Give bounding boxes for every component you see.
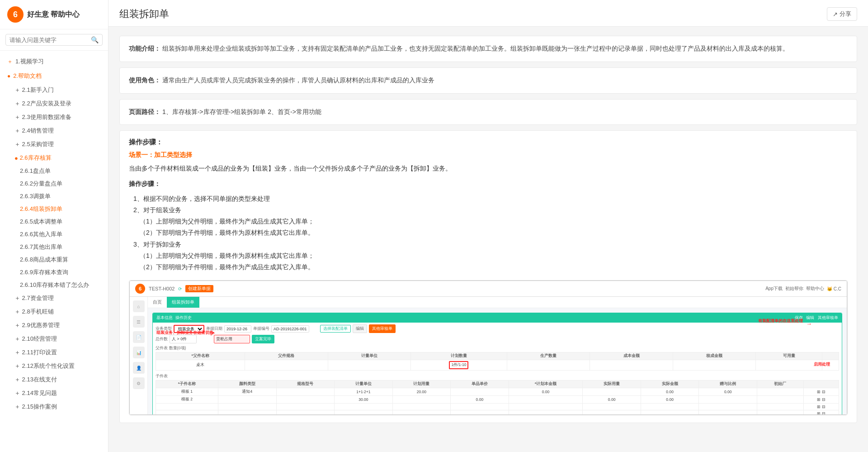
search-box: 🔍 <box>5 34 103 46</box>
ch-col9: 实际金额 <box>641 381 699 388</box>
feature-intro-card: 功能介绍： 组装拆卸单用来处理企业组装或拆卸等加工业务，支持有固定装配清单的产品… <box>119 36 857 62</box>
sidebar-item-other-in[interactable]: 2.6.6其他入库单 <box>0 228 108 241</box>
sidebar-item-sales[interactable]: ＋ 2.4销售管理 <box>0 124 108 138</box>
mock-tab-home: 自页 <box>148 297 167 308</box>
path-card: 页面路径： 1、库存核算->库存管理->组装拆卸单 2、首页->常用功能 <box>119 99 857 125</box>
sidebar-item-split-stocktake[interactable]: 2.6.2分量盘点单 <box>0 177 108 190</box>
scenario-title: 场景一：加工类型选择 <box>129 151 848 159</box>
sidebar-item-data-prep[interactable]: ＋ 2.3使用前数据准备 <box>0 110 108 124</box>
annotation-enable: 启用处理 <box>814 362 830 367</box>
sidebar-item-install[interactable]: ＋ 2.2产品安装及登录 <box>0 97 108 110</box>
mock-count-value: 人 > 0件 <box>170 335 197 343</box>
child-row-3: ⊞ ⊟ <box>156 404 839 410</box>
child-row-2: 模板 2 30.00 0.00 <box>156 396 839 404</box>
sidebar-item-faq[interactable]: ＋ 2.14常见问题 <box>0 386 108 400</box>
th-col8: 可用量 <box>756 352 822 360</box>
ch-col4: 计量单位 <box>335 381 393 388</box>
sidebar-item-mobile[interactable]: ＋ 2.8手机旺铺 <box>0 305 108 319</box>
mock-icon-set: ⚙ <box>133 377 145 389</box>
sidebar-item-adjust[interactable]: 2.6.3调拨单 <box>0 190 108 203</box>
sidebar-item-inventory[interactable]: ● 2.6库存核算 <box>0 151 108 165</box>
mock-top-bar: 6 TEST-H002 ⟳ 创建新单据 App下载 初始帮你 帮助中心 🐱 C.… <box>130 281 847 297</box>
sidebar-item-custom[interactable]: ＋ 2.12系统个性化设置 <box>0 359 108 373</box>
sidebar-item-online-pay[interactable]: ＋ 2.13在线支付 <box>0 373 108 386</box>
role-text: 通常由生产人员或库管人员完成拆装业务的操作，库管人员确认原材料的出库和产成品的入… <box>162 76 434 84</box>
mock-form-row2: 总件数 人 > 0件 货柜占用 立案完毕 <box>156 335 839 343</box>
docs-children: ＋ 2.1新手入门 ＋ 2.2产品安装及登录 ＋ 2.3使用前数据准备 ＋ 2.… <box>0 83 108 414</box>
sidebar-item-inv-query[interactable]: 2.6.9库存账本查询 <box>0 266 108 279</box>
sidebar-item-cost-adjust[interactable]: 2.6.5成本调整单 <box>0 215 108 228</box>
plan-qty-highlight: 1件/1-10 <box>449 361 468 369</box>
ch-col10: 赠与比例 <box>699 381 757 388</box>
search-input[interactable] <box>9 37 91 43</box>
mock-edit-btn: 编辑 <box>353 324 367 333</box>
sidebar-item-other-out[interactable]: 2.6.7其他出库单 <box>0 241 108 253</box>
mock-user: 🐱 C.C <box>827 286 841 291</box>
search-area: 🔍 <box>0 29 108 51</box>
search-icon[interactable]: 🔍 <box>91 36 99 43</box>
mock-inner-body: 业务类型 组装业务 拆卸业务 单据日期 2019-12-26 单据编号 <box>153 323 842 414</box>
mock-top-id: TEST-H002 <box>149 286 175 291</box>
th-col6: 成本金额 <box>590 352 673 360</box>
mock-icon-list: ☰ <box>133 316 145 328</box>
sidebar-label-video: 1.视频学习 <box>15 57 44 66</box>
steps-title-2: 操作步骤： <box>129 178 848 190</box>
ch-col5: 计划用量 <box>392 381 451 388</box>
sidebar-item-video[interactable]: ＋ 1.视频学习 <box>0 54 108 69</box>
step3-sub1: （1）上部明细为父件明细，最终作为原材料生成其它出库单； <box>140 250 848 262</box>
parent-table: *父件名称 父件规格 计量单位 计划数量 生产数量 成本金额 核成金额 <box>156 352 839 371</box>
th-col5: 生产数量 <box>507 352 590 360</box>
logo-icon: 6 <box>7 6 24 23</box>
role-label: 使用角色： <box>129 76 160 84</box>
mock-tab-bar: 自页 组装拆卸单 <box>148 297 847 308</box>
share-button[interactable]: ↗ 分享 <box>827 7 857 21</box>
annotation-assembly: 组装业务、拆卸业务在这里切换 <box>156 330 213 336</box>
sidebar-item-coupon[interactable]: ＋ 2.9优惠券管理 <box>0 319 108 332</box>
sidebar-item-assembly[interactable]: 2.6.4组装拆卸单 <box>0 203 108 215</box>
mock-save-btn: 其他审核单 <box>369 324 396 333</box>
page-title: 组装拆卸单 <box>119 7 169 21</box>
child-row-1: 模板 1 通知4 1+1·2+1 20.00 0.00 <box>156 388 839 396</box>
mock-icon-doc: 📄 <box>133 331 145 343</box>
sidebar-item-print[interactable]: ＋ 2.11打印设置 <box>0 346 108 359</box>
sidebar-item-inv-error[interactable]: 2.6.10库存账本错了怎么办 <box>0 279 108 291</box>
arrow-bom: → <box>806 320 812 327</box>
main-header: 组装拆卸单 ↗ 分享 <box>108 0 868 27</box>
mock-inner-tab2: 操作历史 <box>175 315 192 321</box>
mock-help-center: 帮助中心 <box>806 285 824 292</box>
sidebar-item-newbie[interactable]: ＋ 2.1新手入门 <box>0 83 108 97</box>
mock-inner-title: 基本信息 <box>156 315 173 321</box>
sidebar: 6 好生意 帮助中心 🔍 ＋ 1.视频学习 ● 2.帮助文档 ＋ 2.1新手入门… <box>0 0 108 452</box>
annotation-bom: 有装配清单的在这里处理 <box>758 318 803 324</box>
th-col2: 父件规格 <box>245 352 328 360</box>
sidebar-item-cost-calc[interactable]: 2.6.8商品成本重算 <box>0 253 108 266</box>
child-table: *子件名称 颜料类型 规格型号 计量单位 计划用量 单品单价 *计划本金额 <box>156 380 839 414</box>
sidebar-item-ops[interactable]: ＋ 2.10经营管理 <box>0 332 108 346</box>
ch-col8: 实际用量 <box>583 381 641 388</box>
ch-col1: *子件名称 <box>156 381 218 388</box>
sidebar-item-finance[interactable]: ＋ 2.7资金管理 <box>0 291 108 305</box>
ch-col7: *计划本金额 <box>509 381 583 388</box>
step3: 3、对于拆卸业务 <box>133 239 848 250</box>
sidebar-item-stocktake[interactable]: 2.6.1盘点单 <box>0 165 108 177</box>
sidebar-item-cases[interactable]: ＋ 2.15操作案例 <box>0 400 108 414</box>
mock-action-btn: 选择装配清单 <box>320 325 351 333</box>
nav-section-docs: ● 2.帮助文档 ＋ 2.1新手入门 ＋ 2.2产品安装及登录 ＋ 2.3使用前… <box>0 69 108 414</box>
th-col3: 计量单位 <box>328 352 411 360</box>
mock-inner-window: 基本信息 操作历史 保存 编辑 其他审核单 业务类型 <box>152 313 842 414</box>
mock-icon-person: 👤 <box>133 362 145 374</box>
logo-area: 6 好生意 帮助中心 <box>0 0 108 29</box>
mock-icon-home: ⌂ <box>133 300 145 312</box>
td-unit <box>328 360 411 371</box>
mock-inner-header: 基本信息 操作历史 保存 编辑 其他审核单 <box>153 313 842 323</box>
td-cost <box>590 360 673 371</box>
mock-sku-input[interactable]: 货柜占用 <box>214 335 250 343</box>
step1: 1、根据不同的业务，选择不同单据的类型来处理 <box>133 193 848 205</box>
path-label: 页面路径： <box>129 108 160 115</box>
sidebar-item-docs[interactable]: ● 2.帮助文档 <box>0 69 108 83</box>
td-spec <box>245 360 328 371</box>
sidebar-item-purchase[interactable]: ＋ 2.5采购管理 <box>0 138 108 151</box>
feature-intro-text: 组装拆卸单用来处理企业组装或拆卸等加工业务，支持有固定装配清单的产品加工业务，也… <box>162 45 789 52</box>
td-name: 桌木 <box>156 360 245 371</box>
td-avail <box>756 360 822 371</box>
